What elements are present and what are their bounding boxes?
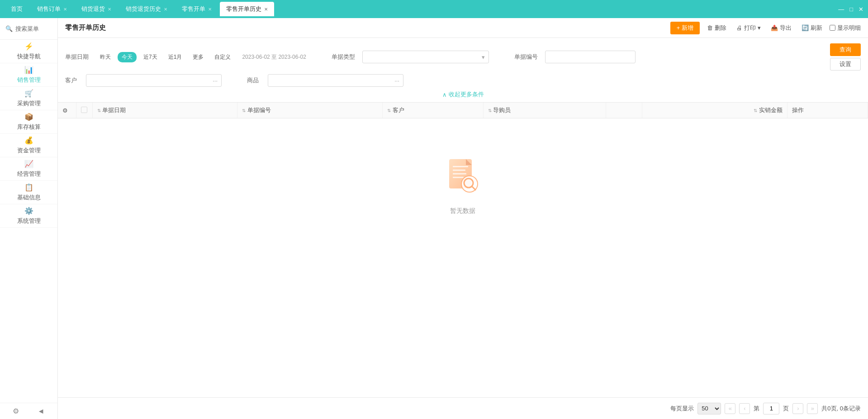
maximize-btn[interactable]: □ — [849, 6, 853, 13]
quick-nav-icon: ⚡ — [24, 42, 33, 51]
filter-area: 单据日期 昨天 今天 近7天 近1月 更多 自定义 2023-06-02 至 2… — [58, 38, 868, 103]
today-btn[interactable]: 今天 — [118, 52, 137, 62]
select-all-checkbox[interactable] — [81, 107, 87, 113]
per-page-select[interactable]: 50 10 20 100 — [697, 403, 721, 414]
export-button[interactable]: 📤 导出 — [768, 22, 794, 34]
date-range-display: 2023-06-02 至 2023-06-02 — [242, 53, 306, 61]
last7-btn[interactable]: 近7天 — [139, 52, 161, 62]
customer-select[interactable]: ··· — [86, 74, 222, 87]
sales-mgmt-icon: 📊 — [24, 66, 33, 74]
prev-page-btn[interactable]: ‹ — [739, 403, 750, 414]
sort-date-icon: ⇅ — [97, 108, 101, 113]
col-checkbox[interactable] — [76, 103, 92, 118]
last-page-icon: » — [811, 405, 814, 412]
close-tab-sales-return-history[interactable]: ✕ — [164, 7, 167, 12]
svg-rect-2 — [453, 169, 465, 171]
collapse-btn[interactable]: ∧ 收起更多条件 — [65, 90, 861, 99]
window-controls: — □ ✕ — [838, 6, 863, 13]
col-amount[interactable]: ⇅ 实销金额 — [642, 103, 787, 118]
sidebar-settings-icon[interactable]: ⚙ — [13, 407, 19, 415]
svg-rect-3 — [453, 173, 466, 174]
customer-dots-icon: ··· — [213, 77, 218, 84]
print-dropdown-icon: ▾ — [758, 24, 761, 31]
sort-docno-icon: ⇅ — [242, 108, 246, 113]
yesterday-btn[interactable]: 昨天 — [96, 52, 115, 62]
sidebar-item-operation[interactable]: 📈 经营管理 — [0, 157, 57, 181]
customer-label: 客户 — [65, 76, 77, 85]
sidebar-bottom: ⚙ ◄ — [0, 403, 57, 419]
page-unit: 页 — [783, 405, 789, 413]
sys-mgmt-icon: ⚙️ — [24, 207, 33, 215]
goods-label: 商品 — [247, 76, 259, 85]
last-page-btn[interactable]: » — [807, 403, 818, 414]
more-btn[interactable]: 更多 — [189, 52, 208, 62]
content-area: 零售开单历史 + 新增 🗑 删除 🖨 打印 ▾ 📤 导出 🔄 — [58, 18, 868, 419]
tab-sales-return[interactable]: 销货退货 ✕ — [75, 2, 118, 16]
filter-row-2: 客户 ··· 商品 ··· — [65, 74, 861, 87]
tab-retail-open-history[interactable]: 零售开单历史 ✕ — [220, 2, 274, 16]
close-btn[interactable]: ✕ — [859, 6, 863, 13]
next-page-btn[interactable]: › — [792, 403, 803, 414]
svg-rect-4 — [453, 177, 464, 178]
col-customer[interactable]: ⇅ 客户 — [383, 103, 483, 118]
sidebar-item-inventory[interactable]: 📦 库存核算 — [0, 110, 57, 134]
col-salesperson[interactable]: ⇅ 导购员 — [483, 103, 606, 118]
settings-filter-button[interactable]: 设置 — [830, 58, 861, 71]
minimize-btn[interactable]: — — [838, 6, 844, 13]
empty-text: 暂无数据 — [450, 207, 475, 215]
empty-state: 暂无数据 — [58, 118, 868, 251]
close-tab-sales-return[interactable]: ✕ — [108, 7, 111, 12]
tab-sales-return-history[interactable]: 销货退货历史 ✕ — [119, 2, 174, 16]
sidebar-search[interactable]: 🔍 搜索菜单 — [0, 18, 57, 40]
tab-home[interactable]: 首页 — [5, 2, 29, 16]
sidebar-item-basic-info[interactable]: 📋 基础信息 — [0, 181, 57, 204]
sidebar: 🔍 搜索菜单 ⚡ 快捷导航 📊 销售管理 🛒 采购管理 📦 库存核算 💰 资金管… — [0, 18, 58, 419]
prev-page-icon: ‹ — [744, 405, 745, 412]
page-number-input[interactable] — [763, 403, 779, 414]
table-header-row: ⚙ ⇅ 单据日期 ⇅ 单据编号 — [58, 103, 868, 118]
delete-icon: 🗑 — [707, 24, 713, 31]
close-tab-retail-open[interactable]: ✕ — [208, 7, 212, 12]
delete-button[interactable]: 🗑 删除 — [704, 22, 729, 34]
sidebar-item-quick-nav[interactable]: ⚡ 快捷导航 — [0, 40, 57, 63]
display-toggle[interactable]: 显示明细 — [830, 24, 861, 32]
last-month-btn[interactable]: 近1月 — [164, 52, 186, 62]
col-spacer — [606, 103, 642, 118]
close-tab-retail-open-history[interactable]: ✕ — [264, 7, 268, 12]
empty-illustration — [440, 155, 485, 200]
doc-type-select[interactable]: ▾ — [362, 51, 489, 63]
col-doc-no[interactable]: ⇅ 单据编号 — [237, 103, 383, 118]
export-icon: 📤 — [771, 24, 778, 31]
table-area: ⚙ ⇅ 单据日期 ⇅ 单据编号 — [58, 103, 868, 397]
tab-sales-order[interactable]: 销售订单 ✕ — [31, 2, 73, 16]
date-shortcuts: 昨天 今天 近7天 近1月 更多 自定义 — [96, 52, 235, 62]
goods-select[interactable]: ··· — [268, 74, 403, 87]
print-button[interactable]: 🖨 打印 ▾ — [734, 22, 764, 34]
close-tab-sales-order[interactable]: ✕ — [63, 7, 67, 12]
doc-no-label: 单据编号 — [514, 53, 538, 61]
svg-rect-1 — [453, 166, 468, 167]
sidebar-item-finance[interactable]: 💰 资金管理 — [0, 134, 57, 157]
sidebar-collapse-icon[interactable]: ◄ — [38, 407, 45, 415]
tab-retail-open[interactable]: 零售开单 ✕ — [175, 2, 218, 16]
col-date[interactable]: ⇅ 单据日期 — [92, 103, 237, 118]
doc-no-input[interactable] — [545, 51, 636, 63]
doc-type-label: 单据类型 — [332, 53, 355, 61]
first-page-btn[interactable]: « — [725, 403, 735, 414]
refresh-button[interactable]: 🔄 刷新 — [799, 22, 825, 34]
display-checkbox[interactable] — [830, 25, 835, 31]
custom-btn[interactable]: 自定义 — [210, 52, 235, 62]
col-settings[interactable]: ⚙ — [58, 103, 76, 118]
settings-icon: ⚙ — [62, 107, 68, 114]
add-button[interactable]: + 新增 — [670, 22, 700, 34]
data-table: ⚙ ⇅ 单据日期 ⇅ 单据编号 — [58, 103, 868, 251]
col-action: 操作 — [787, 103, 868, 118]
sidebar-item-sys-mgmt[interactable]: ⚙️ 系统管理 — [0, 204, 57, 228]
query-button[interactable]: 查询 — [830, 43, 861, 56]
sidebar-item-sales-mgmt[interactable]: 📊 销售管理 — [0, 63, 57, 87]
total-info: 共0页, 0条记录 — [821, 405, 861, 413]
operation-icon: 📈 — [24, 160, 33, 168]
sidebar-item-purchase-mgmt[interactable]: 🛒 采购管理 — [0, 87, 57, 110]
finance-icon: 💰 — [24, 136, 33, 145]
first-page-icon: « — [729, 405, 732, 412]
